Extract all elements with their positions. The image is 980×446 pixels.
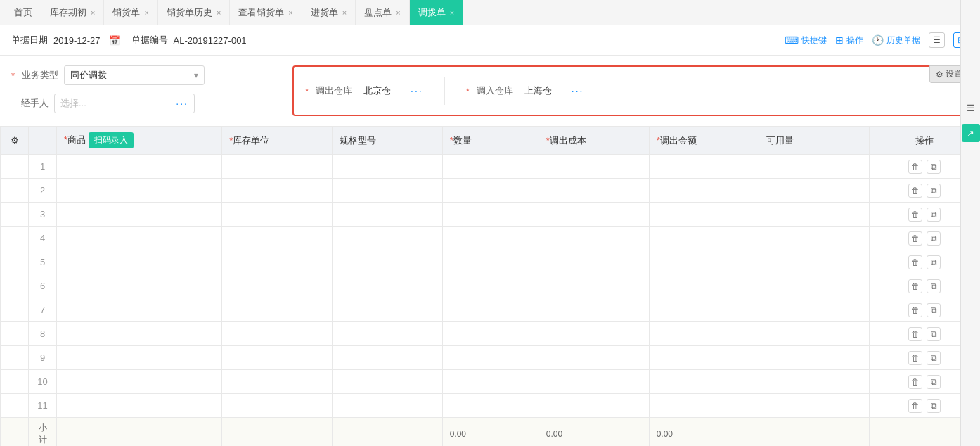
cell-spec-6[interactable] [332,274,442,298]
cell-amount-11[interactable] [649,394,759,418]
cell-amount-7[interactable] [649,298,759,322]
transfer-out-more[interactable]: ··· [411,85,423,96]
cell-amount-4[interactable] [649,227,759,250]
delete-icon-5[interactable]: 🗑 [908,255,922,269]
tab-purchase[interactable]: 进货单 × [302,0,356,25]
copy-icon-1[interactable]: ⧉ [927,160,941,174]
delete-icon-8[interactable]: 🗑 [908,327,922,341]
cell-qty-3[interactable] [442,203,539,227]
tab-inventory-init-close[interactable]: × [91,8,95,17]
copy-icon-7[interactable]: ⧉ [927,303,941,317]
cell-product-6[interactable] [57,274,222,298]
cell-spec-10[interactable] [332,370,442,394]
cell-amount-9[interactable] [649,346,759,370]
cell-qty-8[interactable] [442,322,539,346]
cell-product-1[interactable] [57,155,222,179]
cell-cost-6[interactable] [539,274,649,298]
cell-qty-2[interactable] [442,179,539,203]
tab-sales-history[interactable]: 销货单历史 × [158,0,230,25]
cell-amount-1[interactable] [649,155,759,179]
cell-product-10[interactable] [57,370,222,394]
delete-icon-11[interactable]: 🗑 [908,399,922,413]
cell-amount-5[interactable] [649,250,759,274]
shortcut-button[interactable]: ⌨ 快捷键 [785,34,827,46]
cell-qty-10[interactable] [442,370,539,394]
cell-cost-7[interactable] [539,298,649,322]
delete-icon-1[interactable]: 🗑 [908,160,922,174]
settings-gear-th-icon[interactable]: ⚙ [11,135,19,146]
cell-unit-2[interactable] [222,179,333,203]
business-type-dropdown[interactable]: 同价调拨 ▾ [64,65,205,85]
cell-unit-4[interactable] [222,227,333,250]
cell-unit-10[interactable] [222,370,333,394]
sidebar-list-icon[interactable]: ☰ [962,98,980,117]
cell-qty-4[interactable] [442,227,539,250]
tab-stocktaking-close[interactable]: × [396,8,400,17]
cell-unit-6[interactable] [222,274,333,298]
cell-amount-8[interactable] [649,322,759,346]
cell-qty-7[interactable] [442,298,539,322]
cell-cost-4[interactable] [539,227,649,250]
cell-product-4[interactable] [57,227,222,250]
cell-unit-11[interactable] [222,394,333,418]
delete-icon-9[interactable]: 🗑 [908,351,922,365]
delete-icon-2[interactable]: 🗑 [908,184,922,198]
tab-transfer-close[interactable]: × [450,8,454,17]
calendar-icon[interactable]: 📅 [109,35,120,46]
copy-icon-6[interactable]: ⧉ [927,279,941,293]
history-button[interactable]: 🕑 历史单据 [872,34,920,46]
cell-unit-1[interactable] [222,155,333,179]
cell-spec-5[interactable] [332,250,442,274]
cell-unit-3[interactable] [222,203,333,227]
cell-spec-2[interactable] [332,179,442,203]
copy-icon-8[interactable]: ⧉ [927,327,941,341]
layout-list-button[interactable]: ☰ [929,32,945,48]
cell-unit-7[interactable] [222,298,333,322]
cell-product-2[interactable] [57,179,222,203]
cell-spec-3[interactable] [332,203,442,227]
cell-qty-6[interactable] [442,274,539,298]
copy-icon-5[interactable]: ⧉ [927,255,941,269]
cell-product-8[interactable] [57,322,222,346]
cell-product-9[interactable] [57,346,222,370]
cell-unit-9[interactable] [222,346,333,370]
copy-icon-9[interactable]: ⧉ [927,351,941,365]
tab-stocktaking[interactable]: 盘点单 × [356,0,409,25]
tab-home[interactable]: 首页 [6,0,41,25]
copy-icon-4[interactable]: ⧉ [927,231,941,246]
delete-icon-10[interactable]: 🗑 [908,375,922,389]
tab-sales-order-close[interactable]: × [144,8,148,17]
cell-amount-2[interactable] [649,179,759,203]
tab-transfer[interactable]: 调拨单 × [410,0,463,25]
cell-unit-8[interactable] [222,322,333,346]
delete-icon-6[interactable]: 🗑 [908,279,922,293]
operation-button[interactable]: ⊞ 操作 [835,34,863,46]
cell-cost-11[interactable] [539,394,649,418]
cell-spec-4[interactable] [332,227,442,250]
transfer-in-more[interactable]: ··· [572,85,584,96]
cell-spec-8[interactable] [332,322,442,346]
manager-dropdown[interactable]: 选择... ··· [54,94,195,113]
cell-amount-3[interactable] [649,203,759,227]
manager-more-icon[interactable]: ··· [176,98,188,109]
cell-cost-2[interactable] [539,179,649,203]
cell-unit-5[interactable] [222,250,333,274]
tab-sales-history-close[interactable]: × [217,8,221,17]
cell-cost-10[interactable] [539,370,649,394]
delete-icon-7[interactable]: 🗑 [908,303,922,317]
cell-cost-8[interactable] [539,322,649,346]
cell-qty-5[interactable] [442,250,539,274]
cell-spec-9[interactable] [332,346,442,370]
cell-cost-9[interactable] [539,346,649,370]
cell-cost-5[interactable] [539,250,649,274]
cell-product-11[interactable] [57,394,222,418]
delete-icon-4[interactable]: 🗑 [908,231,922,246]
cell-spec-11[interactable] [332,394,442,418]
tab-view-sales[interactable]: 查看销货单 × [230,0,302,25]
cell-product-7[interactable] [57,298,222,322]
cell-amount-10[interactable] [649,370,759,394]
tab-purchase-close[interactable]: × [342,8,347,17]
cell-spec-7[interactable] [332,298,442,322]
tab-inventory-init[interactable]: 库存期初 × [41,0,104,25]
cell-qty-9[interactable] [442,346,539,370]
